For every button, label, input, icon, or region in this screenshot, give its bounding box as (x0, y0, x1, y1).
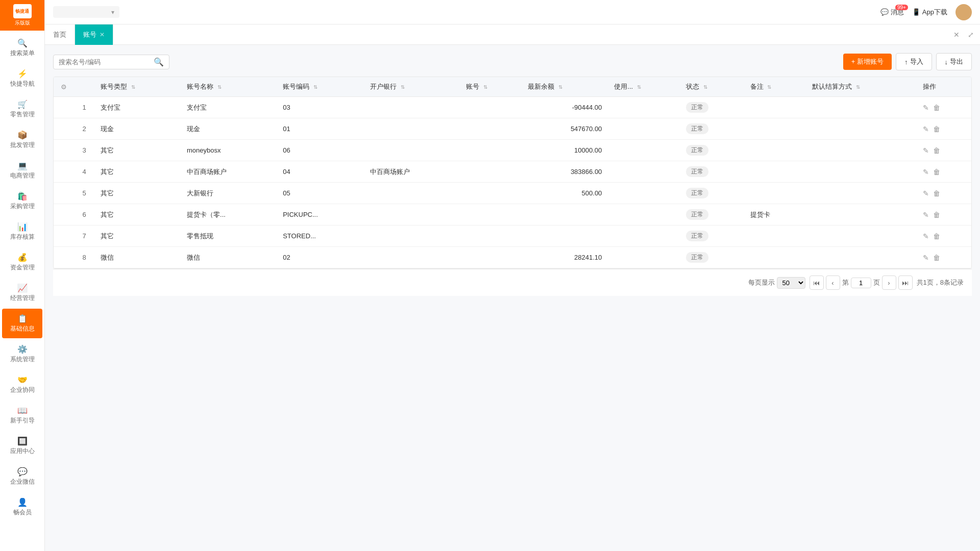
row-status-cell: 正常 (680, 161, 744, 183)
sidebar-item-operations[interactable]: 📈 经营管理 (2, 278, 42, 308)
row-balance-cell: 500.00 (522, 183, 608, 204)
delete-btn[interactable]: 🗑 (933, 211, 940, 219)
sort-status-icon[interactable]: ⇅ (703, 85, 707, 90)
sidebar-item-quick-nav[interactable]: ⚡ 快捷导航 (2, 64, 42, 93)
edit-btn[interactable]: ✎ (923, 146, 929, 155)
avatar[interactable] (955, 4, 972, 20)
sidebar-item-guide[interactable]: 📖 新手引导 (2, 400, 42, 430)
sidebar-item-search[interactable]: 🔍 搜索菜单 (2, 33, 42, 63)
col-bank[interactable]: 开户银行 ⇅ (364, 77, 460, 97)
sort-remark-icon[interactable]: ⇅ (767, 85, 771, 90)
sidebar-item-wholesale[interactable]: 📦 批发管理 (2, 125, 42, 155)
tab-actions: ✕ ⤢ (951, 29, 980, 41)
export-button[interactable]: ↓ 导出 (936, 53, 972, 70)
edit-btn[interactable]: ✎ (923, 104, 929, 112)
tab-close-action[interactable]: ✕ (951, 29, 962, 41)
sidebar-item-label-wechat: 企业微信 (10, 478, 35, 486)
col-code[interactable]: 账号编码 ⇅ (277, 77, 364, 97)
sort-usage-icon[interactable]: ⇅ (637, 85, 641, 90)
row-type-cell: 微信 (94, 247, 181, 268)
search-nav-icon: 🔍 (17, 38, 28, 48)
col-type[interactable]: 账号类型 ⇅ (94, 77, 181, 97)
delete-btn[interactable]: 🗑 (933, 104, 940, 112)
export-label: 导出 (950, 57, 963, 66)
row-code-cell: 02 (277, 247, 364, 268)
page-nav: ⏮ ‹ 第 页 › ⏭ (810, 276, 913, 290)
search-icon[interactable]: 🔍 (154, 57, 164, 67)
wholesale-icon: 📦 (17, 130, 28, 140)
sidebar-item-inventory[interactable]: 📊 库存核算 (2, 217, 42, 246)
col-usage[interactable]: 使用... ⇅ (608, 77, 680, 97)
first-page-btn[interactable]: ⏮ (810, 276, 824, 290)
sidebar-item-system[interactable]: ⚙️ 系统管理 (2, 339, 42, 369)
row-num-cell: 4 (74, 161, 94, 183)
add-account-button[interactable]: + 新增账号 (843, 54, 892, 70)
row-account-cell (460, 226, 522, 247)
row-action-cell: ✎ 🗑 (917, 204, 971, 226)
table-row: 3 其它 moneybosx 06 10000.00 正常 ✎ 🗑 (54, 140, 971, 161)
delete-btn[interactable]: 🗑 (933, 168, 940, 176)
last-page-btn[interactable]: ⏭ (898, 276, 913, 290)
app-download-btn[interactable]: 📱 App下载 (912, 8, 947, 17)
row-num-cell: 6 (74, 204, 94, 226)
col-status[interactable]: 状态 ⇅ (680, 77, 744, 97)
tab-account[interactable]: 账号 ✕ (75, 24, 113, 45)
row-usage-cell (608, 226, 680, 247)
col-default-payment[interactable]: 默认结算方式 ⇅ (806, 77, 917, 97)
sidebar-item-app-center[interactable]: 🔲 应用中心 (2, 431, 42, 461)
message-btn[interactable]: 💬 消息 99+ (880, 8, 904, 17)
sidebar-item-purchase[interactable]: 🛍️ 采购管理 (2, 186, 42, 216)
tab-expand-action[interactable]: ⤢ (966, 29, 976, 41)
page-size-dropdown[interactable]: 50 100 200 (777, 277, 805, 289)
sort-type-icon[interactable]: ⇅ (131, 85, 135, 90)
topbar-search-input[interactable] (58, 8, 109, 16)
sidebar-item-enterprise-wechat[interactable]: 💬 企业微信 (2, 462, 42, 491)
sidebar-item-retail[interactable]: 🛒 零售管理 (2, 94, 42, 124)
sort-bank-icon[interactable]: ⇅ (401, 85, 405, 90)
sidebar-item-basic-info[interactable]: 📋 基础信息 (2, 309, 42, 338)
col-account[interactable]: 账号 ⇅ (460, 77, 522, 97)
search-input[interactable] (59, 58, 151, 66)
edit-btn[interactable]: ✎ (923, 168, 929, 176)
row-action-cell: ✎ 🗑 (917, 140, 971, 161)
edit-btn[interactable]: ✎ (923, 211, 929, 219)
tab-close-icon[interactable]: ✕ (100, 31, 105, 38)
col-name[interactable]: 账号名称 ⇅ (181, 77, 277, 97)
import-button[interactable]: ↑ 导入 (896, 53, 932, 70)
edit-btn[interactable]: ✎ (923, 189, 929, 197)
sidebar-item-member[interactable]: 👤 畅会员 (2, 492, 42, 522)
next-page-btn[interactable]: › (882, 276, 896, 290)
sidebar-item-label-system: 系统管理 (10, 355, 35, 364)
sort-name-icon[interactable]: ⇅ (217, 85, 222, 90)
sort-code-icon[interactable]: ⇅ (313, 85, 317, 90)
edit-btn[interactable]: ✎ (923, 232, 929, 240)
import-icon: ↑ (904, 58, 908, 66)
settings-icon[interactable]: ⚙ (61, 83, 67, 91)
edit-btn[interactable]: ✎ (923, 254, 929, 262)
delete-btn[interactable]: 🗑 (933, 189, 940, 197)
row-settings-cell (54, 118, 74, 140)
prev-page-btn[interactable]: ‹ (826, 276, 840, 290)
sort-payment-icon[interactable]: ⇅ (856, 85, 860, 90)
page-input[interactable] (851, 278, 871, 288)
col-balance[interactable]: 最新余额 ⇅ (522, 77, 608, 97)
sidebar-item-finance[interactable]: 💰 资金管理 (2, 247, 42, 277)
delete-btn[interactable]: 🗑 (933, 146, 940, 155)
col-remark[interactable]: 备注 ⇅ (744, 77, 806, 97)
sidebar-item-ecommerce[interactable]: 💻 电商管理 (2, 156, 42, 185)
row-remark-cell (744, 140, 806, 161)
edit-btn[interactable]: ✎ (923, 125, 929, 133)
delete-btn[interactable]: 🗑 (933, 254, 940, 262)
sidebar-item-label-purchase: 采购管理 (10, 202, 35, 211)
sort-account-icon[interactable]: ⇅ (483, 85, 487, 90)
delete-btn[interactable]: 🗑 (933, 232, 940, 240)
sort-balance-icon[interactable]: ⇅ (558, 85, 562, 90)
sidebar-item-cooperation[interactable]: 🤝 企业协同 (2, 370, 42, 399)
row-remark-cell (744, 118, 806, 140)
topbar-search[interactable]: ▾ (53, 6, 119, 18)
topbar-dropdown-arrow[interactable]: ▾ (111, 9, 114, 16)
row-name-cell: 现金 (181, 118, 277, 140)
delete-btn[interactable]: 🗑 (933, 125, 940, 133)
tab-home[interactable]: 首页 (45, 24, 75, 45)
row-bank-cell (364, 97, 460, 118)
